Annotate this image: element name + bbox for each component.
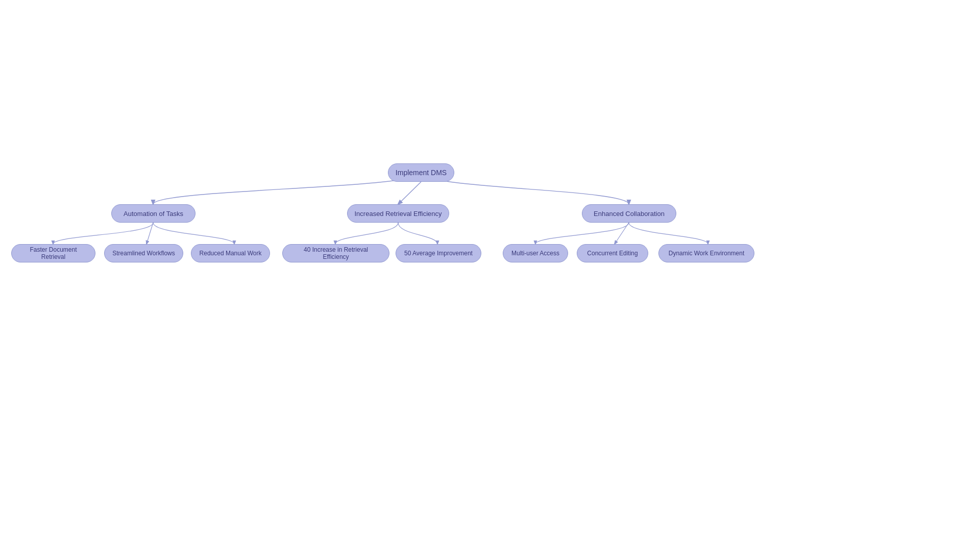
node-implement-dms[interactable]: Implement DMS — [388, 163, 454, 182]
connections-svg — [0, 0, 980, 553]
node-automation[interactable]: Automation of Tasks — [111, 204, 195, 223]
node-collaboration[interactable]: Enhanced Collaboration — [582, 204, 676, 223]
diagram-container: Implement DMS Automation of Tasks Increa… — [0, 0, 980, 553]
node-multi-user[interactable]: Multi-user Access — [503, 244, 568, 262]
node-dynamic[interactable]: Dynamic Work Environment — [658, 244, 754, 262]
node-forty-increase[interactable]: 40 Increase in Retrieval Efficiency — [282, 244, 389, 262]
node-streamlined[interactable]: Streamlined Workflows — [104, 244, 183, 262]
node-concurrent[interactable]: Concurrent Editing — [577, 244, 648, 262]
node-reduced[interactable]: Reduced Manual Work — [191, 244, 270, 262]
node-fifty-average[interactable]: 50 Average Improvement — [396, 244, 481, 262]
node-faster-doc[interactable]: Faster Document Retrieval — [11, 244, 95, 262]
node-retrieval[interactable]: Increased Retrieval Efficiency — [347, 204, 449, 223]
